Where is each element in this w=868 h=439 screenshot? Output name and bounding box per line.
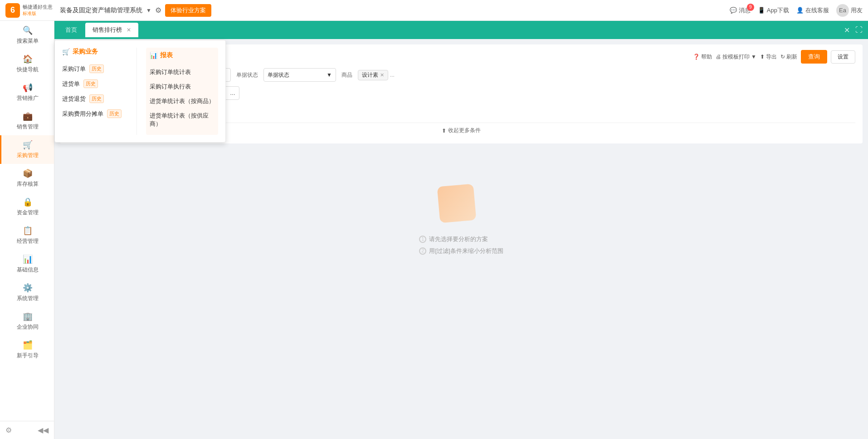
- user-item[interactable]: Ea 用友: [836, 4, 863, 17]
- sidebar-label: 搜索菜单: [17, 37, 39, 45]
- report-dropdown-item[interactable]: 进货单统计表（按供应商）: [150, 109, 215, 131]
- online-service-label: 在线客服: [805, 6, 829, 15]
- refresh-label: 刷新: [786, 53, 797, 61]
- sidebar-item-quick[interactable]: 🏠快捷导航: [0, 49, 54, 78]
- purchase-dropdown-item[interactable]: 采购费用分摊单历史: [62, 106, 127, 121]
- sidebar-collapse-btn[interactable]: ◀◀: [38, 426, 49, 434]
- sidebar-item-inventory[interactable]: 📦库存核算: [0, 164, 54, 192]
- empty-illustration: [439, 185, 484, 226]
- purchase-col-icon: 🛒: [62, 48, 70, 55]
- purchase-col: 🛒 采购业务 采购订单历史进货单历史进货退货历史采购费用分摊单历史: [62, 48, 127, 135]
- export-label: 导出: [766, 53, 777, 61]
- sidebar-item-system[interactable]: ⚙️系统管理: [0, 278, 54, 307]
- tab-label: 首页: [65, 26, 77, 34]
- tab-expand-btn[interactable]: ⛶: [853, 24, 864, 36]
- sidebar-label: 销售管理: [17, 123, 39, 131]
- search-icon: 🔍: [23, 25, 33, 35]
- message-badge: 9: [747, 4, 754, 11]
- inventory-icon: 📦: [23, 168, 33, 178]
- goods-tag[interactable]: 设计素 ✕: [358, 70, 388, 80]
- sidebar-bottom: ⚙ ◀◀: [0, 421, 54, 439]
- dropdown-item-label: 进货单: [62, 80, 80, 88]
- online-service-item[interactable]: 👤 在线客服: [796, 6, 829, 15]
- sidebar-label: 基础信息: [17, 266, 39, 274]
- report-col-title-text: 报表: [160, 51, 173, 59]
- tab-close-btn[interactable]: ✕: [842, 24, 852, 36]
- empty-state: 1 请先选择要分析的方案 2 用[过滤]条件来缩小分析范围: [60, 149, 863, 293]
- tab-label: 销售排行榜: [93, 26, 122, 34]
- dropdown-item-label: 进货单统计表（按商品）: [150, 97, 215, 105]
- top-header: 6 畅捷通好生意 标准版 装备及固定资产辅助管理系统 ▼ ⚙ 体验行业方案 💬 …: [0, 0, 868, 21]
- tab-bar: 首页销售排行榜✕ ✕ ⛶: [54, 21, 868, 39]
- sidebar-label: 采购管理: [17, 152, 39, 159]
- report-dropdown-item[interactable]: 采购订单统计表: [150, 65, 215, 79]
- empty-hint-2: 用[过滤]条件来缩小分析范围: [429, 245, 503, 257]
- logo-badge: 标准版: [23, 10, 53, 17]
- avatar: Ea: [836, 4, 849, 17]
- user-label: 用友: [851, 6, 863, 15]
- help-btn[interactable]: ❓ 帮助: [693, 53, 712, 61]
- refresh-icon: ↻: [780, 54, 785, 60]
- message-icon: 💬: [730, 7, 737, 14]
- dropdown-item-label: 采购订单执行表: [150, 83, 191, 91]
- dropdown-item-label: 采购订单: [62, 65, 86, 73]
- history-badge: 历史: [89, 94, 104, 103]
- dropdown-divider: [137, 48, 137, 135]
- refresh-btn[interactable]: ↻ 刷新: [780, 53, 797, 61]
- settings-btn[interactable]: 设置: [831, 50, 855, 64]
- help-label: 帮助: [701, 53, 712, 61]
- dropdown-item-label: 进货单统计表（按供应商）: [150, 112, 215, 128]
- history-badge: 历史: [107, 109, 122, 118]
- sidebar-label: 经营管理: [17, 237, 39, 245]
- sidebar-settings-btn[interactable]: ⚙: [5, 426, 12, 434]
- purchase-icon: 🛒: [23, 140, 33, 150]
- voucher-status-label: 单据状态: [236, 71, 258, 79]
- purchase-dropdown-item[interactable]: 进货退货历史: [62, 91, 127, 106]
- purchase-col-title-text: 采购业务: [73, 48, 98, 56]
- tab-sales_rank[interactable]: 销售排行榜✕: [85, 23, 138, 37]
- report-dropdown-item[interactable]: 进货单统计表（按商品）: [150, 94, 215, 109]
- header-system: 装备及固定资产辅助管理系统 ▼ ⚙ 体验行业方案: [60, 4, 730, 17]
- sidebar-item-guide[interactable]: 🗂️新手引导: [0, 335, 54, 364]
- solution-button[interactable]: 体验行业方案: [165, 4, 211, 17]
- query-btn[interactable]: 查询: [801, 50, 827, 64]
- purchase-dropdown-item[interactable]: 采购订单历史: [62, 61, 127, 76]
- print-btn[interactable]: 🖨 按模板打印 ▼: [716, 53, 756, 61]
- sidebar-item-search[interactable]: 🔍搜索菜单: [0, 21, 54, 49]
- sidebar-item-finance[interactable]: 🔒资金管理: [0, 192, 54, 221]
- purchase-dropdown-item[interactable]: 进货单历史: [62, 76, 127, 91]
- sidebar-label: 新手引导: [17, 352, 39, 360]
- system-dropdown-btn[interactable]: ▼: [146, 7, 151, 14]
- dropdown-item-label: 进货退货: [62, 95, 86, 103]
- voucher-status-select[interactable]: 单据状态 ▼: [263, 68, 336, 82]
- print-label: 按模板打印: [722, 53, 750, 61]
- goods-more[interactable]: ...: [390, 72, 395, 78]
- empty-hint-1: 请先选择要分析的方案: [429, 233, 488, 245]
- report-dropdown-item[interactable]: 采购订单执行表: [150, 79, 215, 94]
- sidebar-item-marketing[interactable]: 📢营销推广: [0, 78, 54, 107]
- sidebar-label: 资金管理: [17, 209, 39, 217]
- dropdown-item-label: 采购订单统计表: [150, 68, 191, 76]
- sidebar-item-enterprise[interactable]: 🏢企业协同: [0, 307, 54, 335]
- dropdown-item-label: 采购费用分摊单: [62, 110, 103, 118]
- tab-home[interactable]: 首页: [58, 23, 84, 37]
- app-download-item[interactable]: 📱 App下载: [758, 6, 789, 15]
- sidebar-item-sales[interactable]: 💼销售管理: [0, 107, 54, 135]
- sales-icon: 💼: [23, 111, 33, 121]
- system-title: 装备及固定资产辅助管理系统: [60, 6, 142, 15]
- logo-icon: 6: [5, 3, 20, 18]
- sidebar-item-purchase[interactable]: 🛒采购管理: [0, 135, 54, 164]
- sidebar-item-operation[interactable]: 📋经营管理: [0, 221, 54, 250]
- tab-close-btn[interactable]: ✕: [127, 27, 131, 33]
- goods-tag-close[interactable]: ✕: [380, 72, 384, 78]
- sidebar-item-basic[interactable]: 📊基础信息: [0, 250, 54, 278]
- report-col-title: 📊 报表: [150, 51, 215, 59]
- system-icon: ⚙️: [23, 283, 33, 293]
- sidebar: 🔍搜索菜单🏠快捷导航📢营销推广💼销售管理🛒采购管理📦库存核算🔒资金管理📋经营管理…: [0, 21, 54, 439]
- history-badge: 历史: [89, 64, 104, 73]
- export-btn[interactable]: ⬆ 导出: [760, 53, 777, 61]
- message-item[interactable]: 💬 消息 9: [730, 6, 751, 15]
- system-gear-btn[interactable]: ⚙: [155, 6, 161, 15]
- sidebar-label: 库存核算: [17, 180, 39, 188]
- service-icon: 👤: [796, 7, 804, 14]
